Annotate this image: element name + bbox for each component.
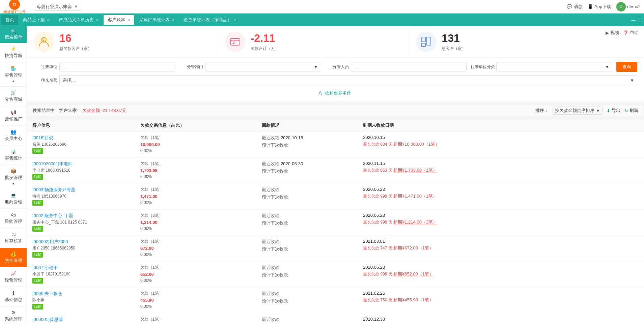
next-pay: 预计下次收款 [262,220,363,226]
sidebar-item-quick-nav[interactable]: ⚡ 快捷导航 [0,43,27,62]
debt-amount: 1,703.68 [140,168,262,173]
main-layout: 🔍 搜索菜单 ⚡ 快捷导航 🏪 零售管理 ▲ 🛒 零售商城 📢 营销推广 👥 会… [0,26,644,324]
tab-customer[interactable]: 客户账本 ✕ [104,15,134,25]
debt-info-col: 欠款（1笔） 672.00 0.00% [140,239,262,257]
wholesale-icon: 📦 [10,168,16,174]
help-btn[interactable]: ❓ 帮助 [623,30,639,36]
maximize-icon[interactable]: ⛶ [638,18,643,23]
debt-count: 欠款（1笔） [140,239,262,244]
overdue-link[interactable]: 超期¥455.90（1笔） [393,297,433,302]
customer-name[interactable]: [0001020001]李老师 [32,161,140,167]
overdue-link[interactable]: 超期¥10,000.00（1笔） [393,142,440,147]
sidebar-item-member[interactable]: 👥 会员中心 [0,126,27,145]
tab-bar-actions: — ⛶ [631,18,643,23]
col-header-recovery: 回款情况 [262,122,363,128]
sidebar-item-retail-mall[interactable]: 🛒 零售商城 [0,87,27,106]
latest-pay: 最近收款 [262,265,363,271]
debt-info-col: 欠款（1笔） 652.00 0.00% [140,265,262,283]
debt-amount-icon: ¥ [225,32,245,52]
overdue-link[interactable]: 超期¥1,703.68（1笔） [393,168,437,173]
retail-stat-icon: 📊 [10,149,16,154]
overdue-link[interactable]: 超期¥1,214.00（3笔） [393,219,437,225]
search-icon: 🔍 [11,29,16,34]
query-button[interactable]: 查询 [616,62,637,72]
expand-arrow-icon: ▲ [12,79,15,83]
tab-goods[interactable]: 商品上下架 ✕ [19,15,54,25]
due-col: 2020.06.23 最长欠款 998 天 超期¥1,471.00（1笔） [363,187,639,199]
customer-tag: 现销 [32,148,43,154]
close-icon[interactable]: ✕ [234,18,237,22]
sidebar-item-business[interactable]: 📈 经营管理 [0,267,27,287]
minimize-icon[interactable]: — [631,18,636,23]
svg-rect-5 [421,37,425,42]
tab-home[interactable]: 首页 [1,15,18,25]
overdue-info: 最长欠款 750 天 超期¥455.90（1笔） [363,297,639,303]
industry-selector[interactable]: 母婴行业演示账套 ▼ [34,3,81,11]
expand-arrow-icon: ▼ [12,182,15,185]
customer-name[interactable]: [0016]吕俊 [32,135,140,141]
sort-select[interactable]: 按欠款金额倒序排序 ▼ [553,107,603,115]
tab-product[interactable]: 产成品入库单历史 ✕ [55,15,103,25]
sidebar-item-label: 资金管理 [5,258,22,264]
tab-purchase[interactable]: 采购订单统计表 ✕ [135,15,179,25]
stat-card-debt-amount: ¥ -2.11 欠款合计（万） [218,26,410,57]
user-btn[interactable]: D demo2 [616,2,641,11]
sidebar-item-ecom[interactable]: 💻 电商管理 [0,189,27,209]
customer-name[interactable]: [000001]黄思源 [32,317,140,323]
debt-info-col: 欠款（1笔） 429.00 0.00% [140,317,262,324]
customer-contact: 吕俊 13026203696 [32,142,140,147]
sidebar-item-wholesale[interactable]: 📦 批发管理 ▼ [0,165,27,189]
business-icon: 📈 [10,271,16,276]
customer-name[interactable]: [0002]服务中心_丁磊 [32,213,140,219]
customer-name[interactable]: [0006]去下粮仓 [32,291,140,297]
collapse-up-icon: ⋀ [318,90,322,95]
collapse-row[interactable]: ⋀ 收起更多条件 [34,89,637,97]
overdue-link[interactable]: 超期¥1,471.00（1笔） [393,194,437,199]
dept-select[interactable]: ▼ [205,62,321,71]
sidebar-item-retail-stat[interactable]: 📊 零售统计 [0,145,27,165]
svg-rect-6 [427,37,431,45]
tab-inbound-label: 进货单统计表（按商品） [184,17,232,23]
close-icon[interactable]: ✕ [47,18,50,22]
person-input[interactable]: ... [351,62,467,71]
recovery-col: 最近收款 预计下次收款 [262,265,363,278]
sidebar-item-inventory[interactable]: 🗂 库存核算 [0,228,27,248]
due-date: 2020.06.23 [363,187,639,192]
close-icon[interactable]: ✕ [172,18,175,22]
stat-info-debt-customers: 16 总欠款客户（家） [59,32,92,52]
due-col: 2020.06.23 最长欠款 998 天 超期¥1,214.00（3笔） [363,213,639,225]
tab-inbound[interactable]: 进货单统计表（按商品） ✕ [179,15,241,25]
sidebar-item-purchase[interactable]: 🛍 采购管理 [0,209,27,228]
refresh-label: 刷新 [629,108,638,114]
customer-info-col: [000001]黄思源 黄思源 13552700226 现销 [32,317,140,324]
customer-name[interactable]: [0007]小进干 [32,265,140,271]
from-unit-input[interactable]: ... [59,62,175,71]
debt-pct: 0.00% [140,278,262,283]
customer-name[interactable]: [0003]畅捷服务尹海燕 [32,187,140,193]
help-label: 帮助 [630,30,639,36]
next-pay: 预计下次收款 [262,142,363,148]
app-download-btn[interactable]: 📱 App下载 [588,4,611,10]
sidebar-item-marketing[interactable]: 📢 营销推广 [0,106,27,126]
close-icon[interactable]: ✕ [96,18,99,22]
customer-name[interactable]: [000002]用户2050 [32,239,140,245]
filter-from-unit: 往来单位 ... [34,62,175,71]
refresh-btn[interactable]: ↻ 刷新 [624,108,638,114]
sidebar-item-base-info[interactable]: ℹ 基础信息 [0,287,27,306]
sidebar-item-retail-mgmt[interactable]: 🏪 零售管理 ▲ [0,62,27,87]
sidebar-item-system[interactable]: ⚙ 系统管理 [0,306,27,324]
sidebar-item-finance[interactable]: 💰 资金管理 [0,248,27,267]
view-btn[interactable]: ▶ 视频 [606,30,619,36]
balance-select[interactable]: 选择... ▼ [59,75,637,85]
sidebar-search[interactable]: 🔍 搜索菜单 [0,26,27,43]
tab-goods-label: 商品上下架 [23,17,45,23]
unit-type-select[interactable]: ▼ [496,62,612,71]
customer-tag: 现销 [32,252,43,258]
message-btn[interactable]: 💬 消息 [567,4,582,10]
export-btn[interactable]: ⬇ 导出 [607,108,620,114]
overdue-link[interactable]: 超期¥652.00（1笔） [393,271,433,276]
overdue-link[interactable]: 超期¥672.00（1笔） [393,245,433,251]
latest-pay: 最近收款 [262,291,363,297]
recovery-col: 最近收款2020-06-30 预计下次收款 [262,161,363,174]
close-icon[interactable]: ✕ [127,18,130,22]
